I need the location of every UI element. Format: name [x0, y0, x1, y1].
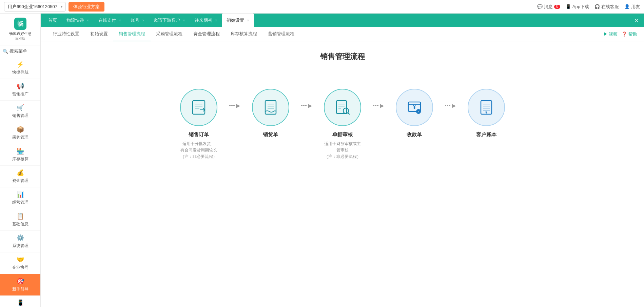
nav-tab-account[interactable]: 账号 ×: [126, 14, 149, 27]
sidebar-item-enterprise-collab[interactable]: 🤝 企业协同: [0, 252, 40, 274]
flow-circle-doc-review: [324, 89, 361, 126]
user-selector[interactable]: 用户690企业1660120507: [4, 2, 66, 12]
user-avatar-btn[interactable]: 👤 用友: [624, 4, 640, 10]
help-icon: ❓: [622, 32, 627, 37]
sidebar-item-basic-info[interactable]: 📋 基础信息: [0, 209, 40, 231]
content-area: 首页 物流快递 × 在线支付 × 账号 × 邀请下游客户 × 往来期初 ×: [41, 14, 644, 307]
flow-circle-sales-order: [180, 89, 217, 126]
sidebar-item-label: 库存核算: [12, 156, 28, 162]
flow-label-doc-review: 单据审核: [332, 131, 353, 138]
close-icon[interactable]: ×: [215, 18, 217, 22]
page-tab-marketing-flow[interactable]: 营销管理流程: [262, 27, 300, 41]
page-tab-initial-setup[interactable]: 初始设置: [85, 27, 113, 41]
user-label: 用户690企业1660120507: [8, 4, 57, 10]
nav-tab-label: 首页: [48, 17, 57, 23]
flow-label-sales-order: 销售订单: [189, 131, 209, 138]
finance-icon: 💰: [17, 169, 24, 177]
flow-step-customer-ledger[interactable]: ¥ 客户账本: [456, 89, 517, 141]
nav-tab-initial-setup[interactable]: 初始设置 ×: [222, 14, 254, 27]
online-service-btn[interactable]: 🎧 在线客服: [594, 4, 619, 10]
nav-tab-label: 初始设置: [227, 17, 244, 23]
page-tab-label: 库存核算流程: [231, 31, 257, 37]
flow-label-sales-invoice: 销货单: [263, 131, 278, 138]
industry-btn[interactable]: 体验行业方案: [69, 2, 104, 12]
purchase-icon: 📦: [17, 126, 24, 133]
nav-tabs: 首页 物流快递 × 在线支付 × 账号 × 邀请下游客户 × 往来期初 ×: [41, 14, 644, 27]
arrow-2: ▶: [301, 89, 312, 109]
app-center-icon: 📱: [17, 299, 24, 307]
sidebar-item-quick-nav[interactable]: ⚡ 快捷导航: [0, 57, 40, 79]
flow-step-sales-invoice[interactable]: 销货单: [240, 89, 301, 141]
page-tab-inventory-flow[interactable]: 库存核算流程: [225, 27, 262, 41]
flow-step-doc-review[interactable]: 单据审核 适用于财务审核或主管审核（注：非必要流程）: [312, 89, 373, 160]
flow-circle-customer-ledger: ¥: [468, 89, 505, 126]
close-all-tabs-btn[interactable]: ✕: [631, 17, 641, 24]
page-tabs: 行业特性设置 初始设置 销售管理流程 采购管理流程 资金管理流程 库存核算流程 …: [41, 27, 644, 41]
message-label: 消息: [544, 4, 553, 10]
close-icon[interactable]: ×: [247, 18, 249, 22]
app-icon: 📱: [566, 4, 571, 9]
help-btn[interactable]: ❓ 帮助: [622, 31, 637, 37]
collab-icon: 🤝: [17, 256, 24, 263]
sidebar-item-new-user-guide[interactable]: 🎯 新手引导: [0, 274, 40, 296]
sidebar-item-operations-mgmt[interactable]: 📊 经营管理: [0, 187, 40, 209]
sidebar-item-inventory[interactable]: 🏪 库存核算: [0, 144, 40, 166]
sidebar-item-finance-mgmt[interactable]: 💰 资金管理: [0, 166, 40, 187]
page-tab-label: 销售管理流程: [119, 31, 145, 37]
nav-tab-invite[interactable]: 邀请下游客户 ×: [149, 14, 190, 27]
help-label: 帮助: [628, 32, 637, 37]
quick-nav-icon: ⚡: [17, 61, 24, 68]
message-btn[interactable]: 💬 消息 6: [537, 4, 560, 10]
flow-step-collection[interactable]: ¥ ✓ 收款单: [384, 89, 445, 141]
nav-tab-past-period[interactable]: 往来期初 ×: [190, 14, 222, 27]
sidebar-item-label: 经营管理: [12, 200, 28, 205]
sidebar-item-system-mgmt[interactable]: ⚙️ 系统管理: [0, 231, 40, 252]
sidebar-item-label: 快捷导航: [12, 69, 28, 75]
close-icon[interactable]: ×: [142, 18, 144, 22]
avatar-icon: 👤: [624, 4, 630, 9]
app-download-btn[interactable]: 📱 App下载: [566, 4, 589, 10]
sidebar-item-app-center[interactable]: 📱 应用中心: [0, 296, 40, 307]
close-icon[interactable]: ×: [119, 18, 121, 22]
close-icon[interactable]: ×: [87, 18, 89, 22]
flow-desc-doc-review: 适用于财务审核或主管审核（注：非必要流程）: [324, 141, 361, 160]
sales-icon: 🛒: [17, 104, 24, 111]
close-icon[interactable]: ×: [183, 18, 185, 22]
nav-tab-logistics[interactable]: 物流快递 ×: [62, 14, 94, 27]
page-tab-industry-feature[interactable]: 行业特性设置: [47, 27, 85, 41]
app-download-label: App下载: [572, 4, 589, 10]
page-tabs-actions: ▶ 视频 ❓ 帮助: [603, 31, 637, 37]
page-tab-label: 营销管理流程: [268, 31, 294, 37]
flow-label-collection: 收款单: [407, 131, 422, 138]
logo-icon: 畅: [14, 18, 26, 30]
nav-tab-label: 账号: [131, 17, 139, 23]
flow-step-sales-order[interactable]: 销售订单 适用于分批发货、有合同发货周期较长（注：非必要流程）: [168, 89, 229, 160]
sidebar-item-marketing-promo[interactable]: 📢 营销推广: [0, 79, 40, 101]
nav-tab-online-payment[interactable]: 在线支付 ×: [94, 14, 125, 27]
sidebar-search[interactable]: 🔍 搜索菜单: [0, 45, 40, 57]
arrow-4: ▶: [445, 89, 456, 109]
play-icon: ▶: [603, 32, 608, 37]
page-tab-sales-flow[interactable]: 销售管理流程: [113, 27, 151, 41]
sidebar-item-sales-mgmt[interactable]: 🛒 销售管理: [0, 101, 40, 122]
page-tab-finance-flow[interactable]: 资金管理流程: [188, 27, 225, 41]
main-layout: 畅 畅库通好生意 标准版 🔍 搜索菜单 ⚡ 快捷导航 📢 营销推广 🛒 销售管理…: [0, 14, 644, 307]
video-btn[interactable]: ▶ 视频: [603, 31, 618, 37]
arrow-3: ▶: [373, 89, 384, 109]
message-badge: 6: [554, 5, 560, 9]
page-tab-purchase-flow[interactable]: 采购管理流程: [151, 27, 188, 41]
page-title: 销售管理流程: [54, 52, 630, 62]
top-bar: 用户690企业1660120507 体验行业方案 💬 消息 6 📱 App下载 …: [0, 0, 644, 14]
nav-tab-home[interactable]: 首页: [43, 14, 62, 27]
logo-sub: 标准版: [15, 36, 25, 41]
sidebar-item-purchase-mgmt[interactable]: 📦 采购管理: [0, 122, 40, 144]
headset-icon: 🎧: [594, 4, 600, 9]
page-tab-label: 资金管理流程: [193, 31, 220, 37]
marketing-icon: 📢: [17, 82, 24, 90]
page-tab-label: 行业特性设置: [53, 31, 79, 37]
operations-icon: 📊: [17, 191, 24, 198]
sidebar-item-label: 新手引导: [12, 286, 28, 292]
top-bar-right: 💬 消息 6 📱 App下载 🎧 在线客服 👤 用友: [537, 4, 640, 10]
svg-line-13: [348, 113, 349, 114]
sidebar: 畅 畅库通好生意 标准版 🔍 搜索菜单 ⚡ 快捷导航 📢 营销推广 🛒 销售管理…: [0, 14, 41, 307]
